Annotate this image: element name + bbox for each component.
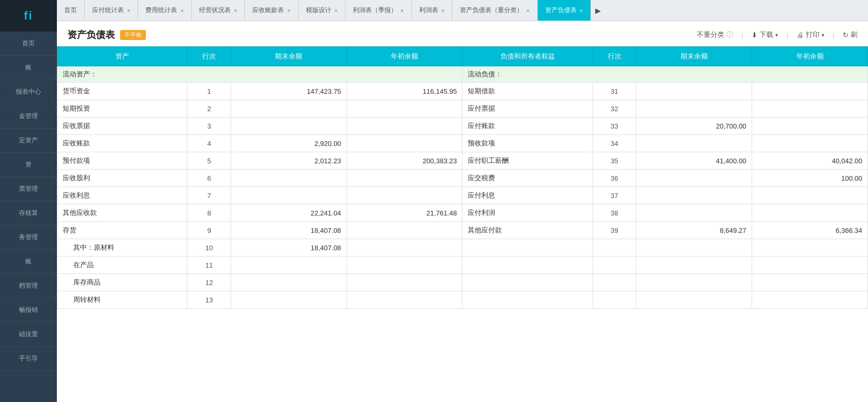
right-begin-cell — [752, 83, 868, 100]
left-end-cell — [231, 187, 347, 204]
sidebar: fi 首页 账 报表中心 金管理 定资产 资 票管理 存核算 务管理 账 档管理… — [0, 0, 57, 402]
right-seq-cell: 32 — [593, 100, 636, 117]
unbalanced-badge: 不平衡 — [120, 30, 146, 40]
sidebar-item-finance[interactable]: 金管理 — [0, 104, 57, 129]
tab-balance-sheet[interactable]: 资产负债表 × — [538, 0, 591, 21]
left-end-cell — [231, 117, 347, 135]
tab-profit[interactable]: 利润表 × — [412, 0, 452, 21]
right-end-cell — [636, 204, 752, 222]
sidebar-item-archive[interactable]: 档管理 — [0, 274, 57, 298]
tab-bar: 首页 应付统计表 × 费用统计表 × 经营状况表 × 应收账龄表 × 模版设计 … — [57, 0, 868, 21]
right-seq-cell: 37 — [593, 187, 636, 204]
sidebar-item-reports[interactable]: 报表中心 — [0, 80, 57, 104]
left-begin-cell — [347, 222, 462, 239]
close-tab-operations[interactable]: × — [234, 7, 237, 14]
table-row: 其中：原材料 10 18,407.08 — [57, 239, 868, 257]
sidebar-item-account[interactable]: 账 — [0, 56, 57, 80]
tab-operations[interactable]: 经营状况表 × — [192, 0, 245, 21]
left-name-cell: 应收股利 — [57, 170, 188, 187]
table-row: 其他应收款 8 22,241.04 21,761.48 应付利润 38 — [57, 204, 868, 222]
right-name-cell: 其他应付款 — [462, 222, 593, 239]
sidebar-item-guide[interactable]: 手引导 — [0, 347, 57, 371]
left-name-cell: 周转材料 — [57, 291, 188, 309]
left-seq-cell: 11 — [188, 257, 231, 274]
right-seq-cell — [593, 291, 636, 309]
left-seq-cell: 8 — [188, 204, 231, 222]
right-name-cell: 应付利润 — [462, 204, 593, 222]
header-period-end2: 期末余额 — [636, 47, 752, 66]
sidebar-item-capital[interactable]: 资 — [0, 153, 57, 177]
section-right-label: 流动负债： — [462, 66, 868, 83]
header-liability: 负债和所有者权益 — [462, 47, 593, 66]
left-begin-cell — [347, 117, 462, 135]
close-tab-profit-quarterly[interactable]: × — [400, 7, 403, 14]
left-name-cell: 应收账款 — [57, 135, 188, 152]
sidebar-item-assets[interactable]: 定资产 — [0, 129, 57, 153]
left-name-cell: 存货 — [57, 222, 188, 239]
right-end-cell — [636, 170, 752, 187]
right-end-cell: 20,700.00 — [636, 117, 752, 135]
classify-action[interactable]: 不重分类 ⓘ — [697, 30, 733, 40]
table-row: 预付款项 5 2,012.23 200,383.23 应付职工薪酬 35 41,… — [57, 152, 868, 170]
left-end-cell: 2,920.00 — [231, 135, 347, 152]
right-begin-cell — [752, 100, 868, 117]
tab-scroll-right[interactable]: ▶ — [591, 0, 605, 21]
right-seq-cell: 36 — [593, 170, 636, 187]
left-begin-cell: 21,761.48 — [347, 204, 462, 222]
left-name-cell: 应收利息 — [57, 187, 188, 204]
left-name-cell: 货币资金 — [57, 83, 188, 100]
right-name-cell: 应付利息 — [462, 187, 593, 204]
download-label: 下载 — [760, 30, 773, 40]
classify-label: 不重分类 — [697, 30, 724, 40]
sidebar-item-inventory[interactable]: 存核算 — [0, 201, 57, 225]
page-header: 资产负债表 不平衡 不重分类 ⓘ | ⬇ 下载 ▾ | 🖨 打印 ▾ — [57, 21, 868, 46]
sidebar-item-ledger[interactable]: 账 — [0, 250, 57, 274]
table-row: 应收账款 4 2,920.00 预收款项 34 — [57, 135, 868, 152]
right-name-cell: 应交税费 — [462, 170, 593, 187]
tab-profit-quarterly[interactable]: 利润表（季报） × — [346, 0, 411, 21]
left-seq-cell: 7 — [188, 187, 231, 204]
sidebar-item-tickets[interactable]: 票管理 — [0, 177, 57, 201]
tab-ap-stats[interactable]: 应付统计表 × — [85, 0, 138, 21]
right-name-cell: 应付职工薪酬 — [462, 152, 593, 170]
table-row: 货币资金 1 147,423.75 116,145.95 短期借款 31 — [57, 83, 868, 100]
tab-home[interactable]: 首页 — [57, 0, 85, 21]
left-end-cell — [231, 100, 347, 117]
section-header-row: 流动资产： 流动负债： — [57, 66, 868, 83]
page-title: 资产负债表 — [67, 28, 115, 41]
left-name-cell: 预付款项 — [57, 152, 188, 170]
sidebar-item-expense[interactable]: 畅报销 — [0, 298, 57, 322]
tab-balance-reclassified[interactable]: 资产负债表（重分类） × — [452, 0, 537, 21]
right-end-cell — [636, 83, 752, 100]
left-name-cell: 库存商品 — [57, 274, 188, 291]
sidebar-item-tax[interactable]: 务管理 — [0, 225, 57, 250]
download-action[interactable]: ⬇ 下载 ▾ — [752, 30, 778, 40]
close-tab-ar-aging[interactable]: × — [287, 7, 290, 14]
left-begin-cell — [347, 170, 462, 187]
left-begin-cell — [347, 239, 462, 257]
close-tab-balance-reclassified[interactable]: × — [526, 7, 529, 14]
close-tab-balance-sheet[interactable]: × — [580, 7, 583, 14]
sidebar-item-home[interactable]: 首页 — [0, 32, 57, 56]
table-row: 应收利息 7 应付利息 37 — [57, 187, 868, 204]
close-tab-expense-stats[interactable]: × — [180, 7, 183, 14]
sidebar-item-settings[interactable]: 础设置 — [0, 322, 57, 347]
close-tab-ap-stats[interactable]: × — [127, 7, 130, 14]
tab-expense-stats[interactable]: 费用统计表 × — [138, 0, 191, 21]
left-name-cell: 其他应收款 — [57, 204, 188, 222]
tab-ar-aging[interactable]: 应收账龄表 × — [245, 0, 298, 21]
left-seq-cell: 2 — [188, 100, 231, 117]
right-seq-cell: 35 — [593, 152, 636, 170]
print-arrow-icon: ▾ — [822, 32, 824, 38]
table-row: 短期投资 2 应付票据 32 — [57, 100, 868, 117]
print-action[interactable]: 🖨 打印 ▾ — [797, 30, 824, 40]
left-name-cell: 短期投资 — [57, 100, 188, 117]
close-tab-template-design[interactable]: × — [334, 7, 338, 14]
right-end-cell — [636, 274, 752, 291]
tab-template-design[interactable]: 模版设计 × — [299, 0, 346, 21]
left-seq-cell: 4 — [188, 135, 231, 152]
close-tab-profit[interactable]: × — [441, 7, 445, 14]
balance-sheet-table: 资产 行次 期末余额 年初余额 负债和所有者权益 行次 期末余额 年初余额 流动… — [57, 46, 868, 309]
left-begin-cell — [347, 257, 462, 274]
refresh-action[interactable]: ↻ 刷 — [843, 30, 857, 40]
